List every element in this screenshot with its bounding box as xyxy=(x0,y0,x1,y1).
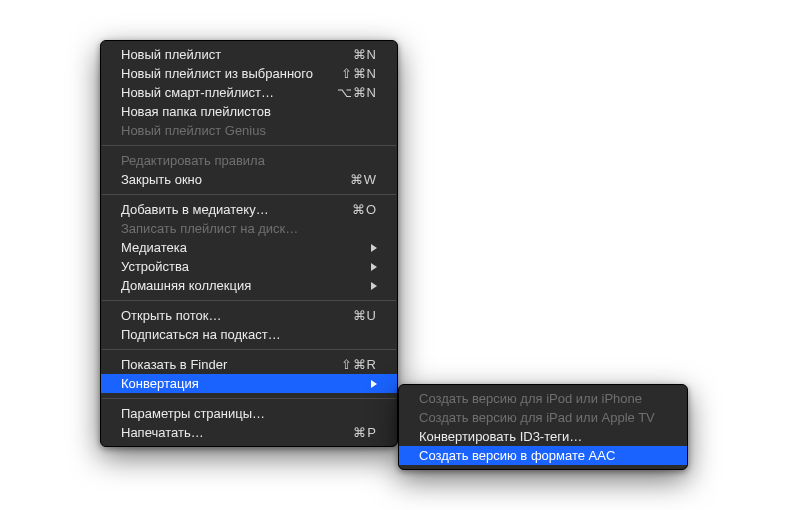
submenu-arrow-icon xyxy=(371,244,377,252)
menu-item-show-in-finder[interactable]: Показать в Finder ⇧⌘R xyxy=(101,355,397,374)
menu-item-label: Создать версию для iPod или iPhone xyxy=(419,391,667,406)
menu-item-page-setup[interactable]: Параметры страницы… xyxy=(101,404,397,423)
menu-item-shortcut: ⇧⌘N xyxy=(341,66,377,81)
file-menu: Новый плейлист ⌘N Новый плейлист из выбр… xyxy=(100,40,398,447)
submenu-arrow-icon xyxy=(371,380,377,388)
menu-item-burn-playlist: Записать плейлист на диск… xyxy=(101,219,397,238)
menu-item-label: Медиатека xyxy=(121,240,347,255)
menu-item-print[interactable]: Напечатать… ⌘P xyxy=(101,423,397,442)
menu-item-shortcut: ⌘U xyxy=(353,308,377,323)
menu-item-shortcut: ⌘N xyxy=(353,47,377,62)
menu-item-shortcut: ⌘W xyxy=(350,172,377,187)
menu-item-library[interactable]: Медиатека xyxy=(101,238,397,257)
menu-item-shortcut: ⌘P xyxy=(353,425,377,440)
menu-item-new-playlist[interactable]: Новый плейлист ⌘N xyxy=(101,45,397,64)
menu-item-new-genius-playlist: Новый плейлист Genius xyxy=(101,121,397,140)
menu-item-new-smart-playlist[interactable]: Новый смарт-плейлист… ⌥⌘N xyxy=(101,83,397,102)
menu-separator xyxy=(102,145,396,146)
menu-item-label: Создать версию в формате AAC xyxy=(419,448,667,463)
menu-item-edit-rules: Редактировать правила xyxy=(101,151,397,170)
menu-item-shortcut: ⌘O xyxy=(352,202,377,217)
submenu-arrow-icon xyxy=(371,263,377,271)
menu-item-create-aac-version[interactable]: Создать версию в формате AAC xyxy=(399,446,687,465)
menu-item-label: Параметры страницы… xyxy=(121,406,377,421)
menu-item-new-playlist-from-selection[interactable]: Новый плейлист из выбранного ⇧⌘N xyxy=(101,64,397,83)
menu-item-label: Новый плейлист xyxy=(121,47,329,62)
menu-item-shortcut: ⌥⌘N xyxy=(337,85,377,100)
menu-item-label: Закрыть окно xyxy=(121,172,326,187)
menu-item-home-sharing[interactable]: Домашняя коллекция xyxy=(101,276,397,295)
menu-item-label: Создать версию для iPad или Apple TV xyxy=(419,410,667,425)
menu-item-close-window[interactable]: Закрыть окно ⌘W xyxy=(101,170,397,189)
menu-item-label: Показать в Finder xyxy=(121,357,317,372)
menu-item-label: Редактировать правила xyxy=(121,153,377,168)
menu-item-create-ipad-appletv-version: Создать версию для iPad или Apple TV xyxy=(399,408,687,427)
menu-item-shortcut: ⇧⌘R xyxy=(341,357,377,372)
menu-item-label: Домашняя коллекция xyxy=(121,278,347,293)
menu-separator xyxy=(102,398,396,399)
menu-item-label: Конвертировать ID3-теги… xyxy=(419,429,667,444)
menu-item-create-ipod-iphone-version: Создать версию для iPod или iPhone xyxy=(399,389,687,408)
menu-separator xyxy=(102,300,396,301)
menu-item-label: Новый плейлист Genius xyxy=(121,123,377,138)
menu-item-label: Подписаться на подкаст… xyxy=(121,327,377,342)
menu-item-label: Новая папка плейлистов xyxy=(121,104,377,119)
menu-item-new-playlist-folder[interactable]: Новая папка плейлистов xyxy=(101,102,397,121)
menu-item-label: Новый плейлист из выбранного xyxy=(121,66,317,81)
menu-item-convert[interactable]: Конвертация xyxy=(101,374,397,393)
menu-item-label: Новый смарт-плейлист… xyxy=(121,85,313,100)
menu-item-label: Напечатать… xyxy=(121,425,329,440)
menu-item-label: Добавить в медиатеку… xyxy=(121,202,328,217)
submenu-arrow-icon xyxy=(371,282,377,290)
menu-separator xyxy=(102,349,396,350)
menu-item-label: Открыть поток… xyxy=(121,308,329,323)
menu-item-subscribe-podcast[interactable]: Подписаться на подкаст… xyxy=(101,325,397,344)
menu-item-add-to-library[interactable]: Добавить в медиатеку… ⌘O xyxy=(101,200,397,219)
menu-separator xyxy=(102,194,396,195)
menu-item-label: Записать плейлист на диск… xyxy=(121,221,377,236)
menu-item-devices[interactable]: Устройства xyxy=(101,257,397,276)
menu-item-open-stream[interactable]: Открыть поток… ⌘U xyxy=(101,306,397,325)
convert-submenu: Создать версию для iPod или iPhone Созда… xyxy=(398,384,688,470)
menu-item-label: Устройства xyxy=(121,259,347,274)
menu-item-convert-id3-tags[interactable]: Конвертировать ID3-теги… xyxy=(399,427,687,446)
menu-item-label: Конвертация xyxy=(121,376,347,391)
